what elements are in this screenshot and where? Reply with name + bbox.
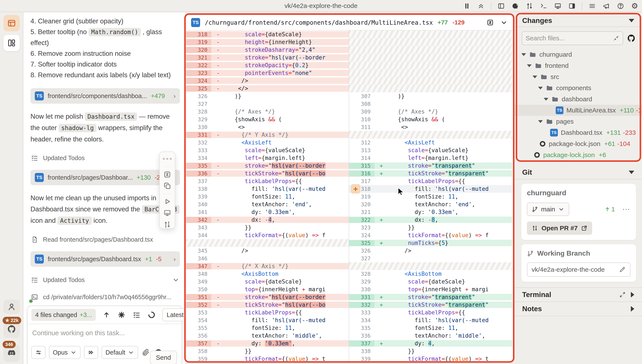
composer-input[interactable]: Continue working on this task... (28, 324, 182, 337)
layout-toggle-button[interactable] (4, 15, 20, 31)
chevron-down-icon[interactable] (172, 276, 180, 284)
fast-forward-button[interactable] (84, 346, 98, 359)
file-change-chip[interactable]: TSfrontend/src/pages/Dashboard.tsx+1-5› (31, 251, 180, 267)
tool-call-row[interactable]: Read frontend/src/pages/Dashboard.tsx (31, 236, 180, 244)
github-button[interactable]: ★ 22k (4, 320, 20, 338)
collapse-diff-icon[interactable] (500, 19, 508, 26)
model-dropdown[interactable]: Opus (49, 346, 81, 359)
play-icon[interactable] (163, 198, 172, 206)
git-header[interactable]: Git (515, 166, 642, 179)
collapse-up-icon[interactable] (477, 2, 485, 10)
diff-row: 330 <> (186, 123, 349, 131)
panel-right-icon[interactable] (568, 2, 576, 10)
settings-icon[interactable]: ⚙ (630, 2, 639, 10)
diff-row: 355 fontSize: 11, (186, 324, 349, 332)
todos-icon (31, 154, 39, 162)
monitor-icon[interactable] (553, 2, 562, 10)
search-input[interactable] (526, 34, 613, 42)
spark-icon[interactable] (117, 310, 126, 319)
line-number: 323 (349, 224, 374, 231)
annotate-icon[interactable] (163, 170, 172, 178)
ts-file-icon: TS (556, 106, 563, 114)
copy-icon[interactable] (163, 182, 172, 190)
tree-item-components[interactable]: components (515, 82, 642, 94)
megaphone-icon[interactable] (602, 2, 611, 10)
line-number: 330 (186, 124, 211, 130)
discord-button[interactable]: 346 (4, 344, 20, 362)
scroll-up-icon[interactable] (102, 310, 111, 319)
line-number: 359 (186, 356, 211, 362)
open-pr-button[interactable]: Open PR #7 (527, 222, 592, 235)
menu-icon[interactable] (588, 2, 596, 10)
diff-marker: - (211, 162, 225, 169)
account-button[interactable] (4, 300, 20, 314)
expand-terminal-icon[interactable] (619, 292, 626, 298)
file-search[interactable] (522, 31, 623, 45)
send-button[interactable]: Send (150, 351, 177, 364)
tree-item-package-lock-json[interactable]: package-lock.json+61-104 (515, 138, 642, 150)
line-number: 322 (186, 62, 211, 68)
code-line: fill: 'hsl(var(--muted (225, 317, 349, 324)
terminal-icon[interactable] (539, 2, 548, 10)
expand-triangle-icon (521, 53, 526, 56)
diff-row: 356 textAnchor: 'middle', (186, 332, 349, 340)
tree-item-frontend[interactable]: frontend (515, 60, 642, 71)
board-button[interactable] (4, 35, 20, 51)
annotate-icon[interactable] (486, 19, 494, 26)
working-branch-field[interactable]: vk/4e2a-explore-the-code (527, 262, 630, 277)
tool-call-row[interactable]: cd /private/var/folders/10/h7w0q46556ggr… (31, 293, 180, 301)
mode-dropdown[interactable]: Default (102, 346, 138, 359)
tree-item-package-lock-json[interactable]: package-lock.json+6 (515, 150, 642, 160)
file-name: dashboard (562, 96, 592, 103)
git-repo-card: churnguard main 1 ⋯ Open PR #7 (521, 184, 636, 240)
diff-marker: + (374, 302, 388, 308)
tree-item-multilinearea-tsx[interactable]: TSMultiLineArea.tsx+110-162 (515, 105, 642, 116)
files-changed-chip[interactable]: 4 files changed +3... (31, 309, 96, 321)
code-line: scale={valueScale} (388, 147, 512, 154)
attach-icon[interactable] (142, 348, 151, 357)
git-more-menu[interactable]: ⋯ (622, 205, 630, 214)
tree-item-dashboard-tsx[interactable]: TSDashboard.tsx+131-233 (515, 127, 642, 138)
code-line: <> (225, 124, 349, 130)
added-count: +130 (137, 174, 151, 181)
folder-icon (540, 73, 547, 80)
tree-item-src[interactable]: src (515, 71, 642, 82)
git-compare-icon[interactable] (163, 220, 172, 228)
tree-item-churnguard[interactable]: churnguard (515, 49, 642, 60)
file-change-chip[interactable]: TSfrontend/src/components/dashboa...+479… (31, 88, 180, 104)
git-compare-icon[interactable] (525, 2, 534, 10)
dots-icon[interactable] (163, 155, 172, 163)
tool-call-row[interactable]: Updated Todos (31, 154, 180, 162)
diff-marker: - (211, 54, 225, 61)
todos-icon[interactable] (132, 310, 141, 319)
edit-branch-icon[interactable] (619, 266, 626, 273)
collapse-tree-icon[interactable] (613, 35, 619, 41)
panel-left-icon[interactable] (497, 2, 505, 10)
folder-icon (535, 62, 542, 69)
tree-item-dashboard[interactable]: dashboard (515, 94, 642, 105)
code-line: pointerEvents="none" (225, 70, 349, 76)
tool-call-row[interactable]: Updated Todos (31, 276, 180, 284)
tool-label: Updated Todos (43, 154, 85, 162)
diff-row (349, 54, 512, 62)
diff-marker: - (211, 170, 225, 177)
code-line: numTicks={5} (388, 240, 512, 246)
diff-row: 329 {showAxis && ( (186, 116, 349, 123)
file-name: churnguard (539, 51, 572, 58)
changes-header[interactable]: Changes (515, 12, 642, 26)
monitor-icon[interactable] (163, 209, 172, 217)
add-comment-button[interactable]: + (351, 184, 360, 194)
tree-item-pages[interactable]: pages (515, 116, 642, 127)
github-cat-icon[interactable] (627, 34, 635, 42)
chat-bubble-icon[interactable] (511, 2, 520, 10)
todos-icon (31, 276, 39, 284)
terminal-header[interactable]: Terminal (515, 288, 642, 302)
pause-icon[interactable] (462, 2, 471, 10)
help-icon[interactable] (616, 2, 625, 10)
branch-dropdown[interactable]: main (527, 202, 569, 216)
file-change-chip[interactable]: TSfrontend/src/pages/Dashboar...+130-23 (31, 170, 180, 185)
diff-row: 328 {/* Axes */} (186, 108, 349, 116)
code-line: tickStroke="hsl(var(--bo (225, 170, 349, 177)
settings-sliders-button[interactable] (31, 346, 46, 359)
notes-header[interactable]: Notes (515, 302, 642, 316)
